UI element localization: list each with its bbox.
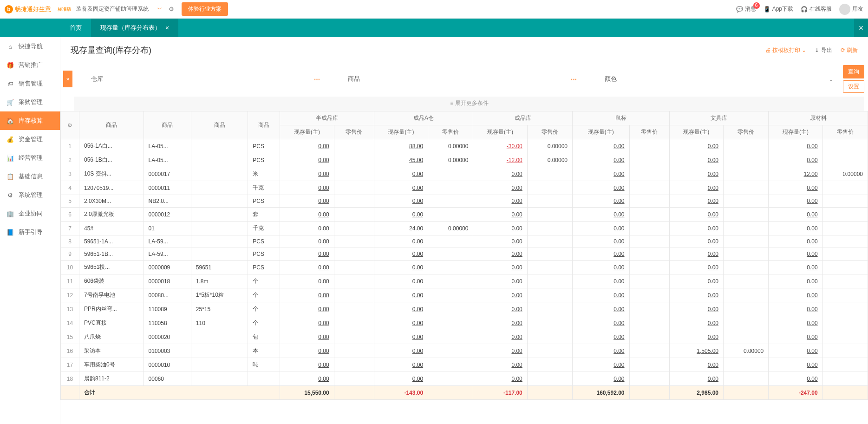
user-menu[interactable]: 用友 [839,4,863,15]
table-row: 1059651投...000000959651PCS0.000.000.000.… [61,261,868,274]
sidebar-item-1[interactable]: ⌂快捷导航 [0,37,60,56]
nav-icon: 🎁 [7,61,14,69]
table-row: 17车用柴油0号0000010吨0.000.000.000.000.000.00 [61,358,868,372]
main-content: 现存量查询(库存分布) 🖨 按模板打印 ⌄ ⤓ 导出 ⟳ 刷新 » 仓库 ⋯ 商… [60,37,868,424]
close-icon[interactable]: × [165,24,169,32]
table-row: 2056-1B白...LA-05...PCS0.0045.000.00000-1… [61,153,868,167]
expand-sidebar-button[interactable]: » [63,71,72,87]
nav-icon: 💰 [7,136,14,143]
topbar-right: 💬 消息 6 📱 App下载 🎧 在线客服 用友 [736,4,863,15]
system-selector[interactable]: 装备及固定资产辅助管理系统 [76,5,149,13]
table-row: 745#01千克0.0024.000.000000.000.000.000.00 [61,222,868,235]
print-button[interactable]: 🖨 按模板打印 ⌄ [765,46,807,54]
page-header: 现存量查询(库存分布) 🖨 按模板打印 ⌄ ⤓ 导出 ⟳ 刷新 [60,37,868,60]
logo: b 畅捷通好生意 [5,5,51,13]
topbar: b 畅捷通好生意 标准版 装备及固定资产辅助管理系统 ﹀ ⚙ 体验行业方案 💬 … [0,0,868,19]
nav-icon: 📊 [7,154,14,162]
message-badge: 6 [753,2,760,9]
table-row: 859651-1A...LA-59...PCS0.000.000.000.000… [61,235,868,248]
nav-icon: 🛒 [7,98,14,106]
sidebar-item-6[interactable]: 💰资金管理 [0,130,60,149]
phone-icon: 📱 [764,6,770,13]
nav-icon: ⌂ [7,43,14,50]
tabs-close-all[interactable]: × [854,19,868,37]
more-conditions-toggle[interactable]: ≡ 展开更多条件 [74,97,864,111]
support-link[interactable]: 🎧 在线客服 [801,5,832,13]
nav-icon: 🏠 [7,117,14,124]
total-row: 合计15,550.00-143.00-117.00160,592.002,985… [61,386,868,400]
table-row: 1056-1A白...LA-05...PCS0.0088.000.00000-3… [61,139,868,153]
tab-home[interactable]: 首页 [60,19,91,37]
export-button[interactable]: ⤓ 导出 [815,46,832,54]
message-icon: 💬 [736,6,743,13]
table-row: 14PVC直接110058110个0.000.000.000.000.000.0… [61,316,868,330]
tab-inventory-distribution[interactable]: 现存量（库存分布表） × [91,19,178,37]
table-row: 16采访本0100003本0.000.000.000.001,505.000.0… [61,344,868,358]
sidebar-item-9[interactable]: ⚙系统管理 [0,186,60,204]
settings-button[interactable]: 设置 [843,80,864,93]
sidebar: 🔍搜索菜单⌂快捷导航🎁营销推广🏷销售管理🛒采购管理🏠库存核算💰资金管理📊经营管理… [0,19,60,424]
table-row: 959651-1B...LA-59...PCS0.000.000.000.000… [61,248,868,261]
nav-icon: ⚙ [7,191,14,199]
app-download-link[interactable]: 📱 App下载 [764,5,793,13]
nav-icon: 📘 [7,228,14,236]
logo-text: 畅捷通好生意 [15,5,51,13]
headset-icon: 🎧 [801,6,808,13]
sidebar-item-2[interactable]: 🎁营销推广 [0,56,60,74]
table-row: 412070519...0000011千克0.000.000.000.000.0… [61,181,868,195]
table-row: 62.0厚激光板0000012套0.000.000.000.000.000.00 [61,208,868,222]
page-title: 现存量查询(库存分布) [71,45,151,56]
tabbar: 首页 现存量（库存分布表） × × [0,19,868,37]
refresh-button[interactable]: ⟳ 刷新 [841,46,858,54]
gear-icon[interactable]: ⚙ [61,111,79,139]
table-row: 127号南孚电池00080...1*5板*10粒个0.000.000.000.0… [61,288,868,302]
table-row: 11606袋装00000181.8m个0.000.000.000.000.000… [61,274,868,288]
sidebar-item-4[interactable]: 🛒采购管理 [0,93,60,111]
table-row: 13PPR内丝弯...11008925*15个0.000.000.000.000… [61,302,868,316]
filter-warehouse[interactable]: 仓库 ⋯ [91,75,329,83]
nav-icon: 🏢 [7,210,14,217]
table-row: 15八爪烧0000020包0.000.000.000.000.000.00 [61,330,868,344]
cta-button[interactable]: 体验行业方案 [182,2,228,16]
chevron-down-icon: ⌄ [802,47,806,53]
sidebar-item-11[interactable]: 📘新手引导 [0,223,60,241]
sidebar-item-8[interactable]: 📋基础信息 [0,167,60,186]
gear-icon[interactable]: ⚙ [169,6,174,13]
messages-link[interactable]: 💬 消息 6 [736,5,756,13]
ellipsis-icon[interactable]: ⋯ [314,76,329,83]
table-row: 18晨韵811-2000600.000.000.000.000.000.00 [61,372,868,386]
logo-subtitle: 标准版 [58,6,72,13]
logo-icon: b [5,5,13,13]
page-actions: 🖨 按模板打印 ⌄ ⤓ 导出 ⟳ 刷新 [765,46,858,54]
table-row: 310S 变斜...0000017米0.000.000.000.000.0012… [61,167,868,181]
avatar-icon [839,4,850,15]
sidebar-item-7[interactable]: 📊经营管理 [0,149,60,167]
filter-product[interactable]: 商品 ⋯ [348,75,586,83]
chevron-down-icon[interactable]: ﹀ [157,6,162,13]
sidebar-item-3[interactable]: 🏷销售管理 [0,74,60,93]
sidebar-item-5[interactable]: 🏠库存核算 [0,111,60,130]
ellipsis-icon[interactable]: ⋯ [571,76,586,83]
filter-color[interactable]: 颜色 ⌄ [605,75,843,83]
nav-icon: 🏷 [7,80,14,87]
filter-bar: » 仓库 ⋯ 商品 ⋯ 颜色 ⌄ 查询 设置 [60,60,868,93]
search-button[interactable]: 查询 [843,65,864,78]
chevron-down-icon[interactable]: ⌄ [829,76,843,83]
table-row: 52.0X30M...NB2.0...PCS0.000.000.000.000.… [61,195,868,208]
nav-icon: 📋 [7,173,14,180]
sidebar-item-10[interactable]: 🏢企业协同 [0,204,60,223]
data-table[interactable]: ⚙商品商品商品商品半成品库成品A仓成品库鼠标文具库原材料现存量(主)零售价现存量… [60,111,868,424]
